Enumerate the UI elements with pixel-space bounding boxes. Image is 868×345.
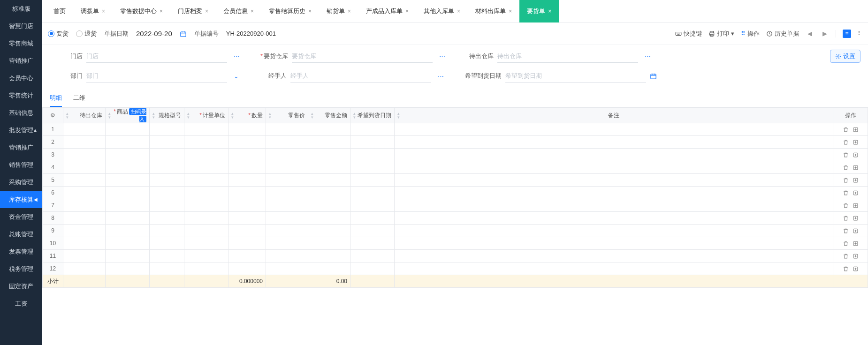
shortcut-button[interactable]: 快捷键 bbox=[675, 30, 702, 38]
add-row-icon[interactable] bbox=[853, 227, 859, 234]
next-doc-button[interactable]: ▶ bbox=[821, 30, 829, 37]
expect-calendar-icon[interactable] bbox=[650, 72, 657, 80]
outwh-input[interactable] bbox=[497, 50, 638, 63]
print-button[interactable]: 打印 ▾ bbox=[708, 30, 734, 38]
add-row-icon[interactable] bbox=[853, 202, 859, 209]
table-row[interactable]: 6 bbox=[43, 187, 868, 199]
page-tab[interactable]: 销货单× bbox=[319, 0, 358, 22]
col-price[interactable]: ▴▾零售价 bbox=[266, 108, 308, 123]
table-row[interactable]: 4 bbox=[43, 161, 868, 174]
add-row-icon[interactable] bbox=[853, 177, 859, 183]
radio-require[interactable]: 要货 bbox=[48, 30, 69, 38]
sidebar-item[interactable]: 发票管理 bbox=[0, 243, 42, 260]
add-row-icon[interactable] bbox=[853, 215, 859, 221]
col-expect[interactable]: ▴▾希望到货日期 bbox=[350, 108, 395, 123]
add-row-icon[interactable] bbox=[853, 151, 859, 158]
close-icon[interactable]: × bbox=[457, 8, 460, 15]
add-row-icon[interactable] bbox=[853, 189, 859, 196]
delete-row-icon[interactable] bbox=[843, 265, 849, 272]
table-row[interactable]: 11 bbox=[43, 250, 868, 262]
sidebar-item[interactable]: 零售统计 bbox=[0, 87, 42, 104]
handler-lookup-icon[interactable]: ⋯ bbox=[438, 73, 444, 80]
close-icon[interactable]: × bbox=[348, 8, 351, 15]
table-row[interactable]: 5 bbox=[43, 174, 868, 187]
page-tab[interactable]: 要货单× bbox=[519, 0, 559, 22]
add-row-icon[interactable] bbox=[853, 240, 859, 247]
add-row-icon[interactable] bbox=[853, 139, 859, 145]
calendar-icon[interactable] bbox=[180, 30, 187, 37]
delete-row-icon[interactable] bbox=[843, 164, 849, 171]
table-row[interactable]: 10 bbox=[43, 237, 868, 250]
col-amount[interactable]: ▴▾零售金额 bbox=[308, 108, 350, 123]
sidebar-item[interactable]: 税务管理 bbox=[0, 260, 42, 278]
sidebar-item[interactable]: 固定资产 bbox=[0, 278, 42, 295]
col-product[interactable]: ▴▾*商品扫码录入 bbox=[106, 108, 150, 123]
close-icon[interactable]: × bbox=[205, 8, 208, 15]
table-row[interactable]: 7 bbox=[43, 199, 868, 212]
tab-2d[interactable]: 二维 bbox=[73, 94, 85, 107]
settings-button[interactable]: 设置 bbox=[830, 50, 860, 63]
add-row-icon[interactable] bbox=[853, 164, 859, 171]
handler-input[interactable] bbox=[290, 69, 431, 82]
page-tab[interactable]: 零售数据中心× bbox=[113, 0, 170, 22]
page-tab[interactable]: 其他入库单× bbox=[416, 0, 468, 22]
delete-row-icon[interactable] bbox=[843, 227, 849, 234]
sidebar-item[interactable]: 营销推广 bbox=[0, 52, 42, 69]
prev-doc-button[interactable]: ◀ bbox=[806, 30, 814, 37]
close-icon[interactable]: × bbox=[251, 8, 254, 15]
sidebar-item[interactable]: 智慧门店 bbox=[0, 17, 42, 35]
expect-input[interactable] bbox=[505, 69, 646, 82]
more-icon[interactable]: ⠇ bbox=[858, 30, 862, 37]
close-icon[interactable]: × bbox=[509, 8, 512, 15]
col-gear[interactable]: ⚙ bbox=[43, 108, 63, 123]
table-row[interactable]: 9 bbox=[43, 225, 868, 237]
col-spec[interactable]: ▴▾规格型号 bbox=[150, 108, 184, 123]
sidebar-item[interactable]: 基础信息 bbox=[0, 104, 42, 121]
page-tab[interactable]: 材料出库单× bbox=[468, 0, 519, 22]
delete-row-icon[interactable] bbox=[843, 151, 849, 158]
close-icon[interactable]: × bbox=[308, 8, 312, 15]
sidebar-item[interactable]: 库存核算◀ bbox=[0, 191, 42, 208]
radio-return[interactable]: 退货 bbox=[76, 30, 97, 38]
store-input[interactable] bbox=[86, 50, 227, 63]
col-outwh[interactable]: ▴▾待出仓库 bbox=[63, 108, 106, 123]
add-row-icon[interactable] bbox=[853, 253, 859, 259]
page-tab[interactable]: 调拨单× bbox=[73, 0, 113, 22]
delete-row-icon[interactable] bbox=[843, 189, 849, 196]
doc-date-value[interactable]: 2022-09-20 bbox=[136, 30, 172, 38]
delete-row-icon[interactable] bbox=[843, 215, 849, 221]
sidebar-item[interactable]: 总账管理 bbox=[0, 225, 42, 243]
tab-detail[interactable]: 明细 bbox=[50, 94, 62, 107]
table-row[interactable]: 8 bbox=[43, 212, 868, 225]
page-tab[interactable]: 首页 bbox=[46, 0, 73, 22]
dept-input[interactable] bbox=[86, 69, 227, 82]
table-row[interactable]: 1 bbox=[43, 123, 868, 136]
delete-row-icon[interactable] bbox=[843, 253, 849, 259]
add-row-icon[interactable] bbox=[853, 126, 859, 133]
history-button[interactable]: 历史单据 bbox=[766, 30, 799, 38]
close-icon[interactable]: × bbox=[160, 8, 163, 15]
delete-row-icon[interactable] bbox=[843, 126, 849, 133]
close-icon[interactable]: × bbox=[102, 8, 105, 15]
sidebar-item[interactable]: 工资 bbox=[0, 295, 42, 312]
delete-row-icon[interactable] bbox=[843, 240, 849, 247]
close-icon[interactable]: × bbox=[405, 8, 409, 15]
outwh-lookup-icon[interactable]: ⋯ bbox=[645, 53, 651, 60]
close-icon[interactable]: × bbox=[548, 8, 551, 15]
store-lookup-icon[interactable]: ⋯ bbox=[234, 53, 240, 60]
sidebar-item[interactable]: 标准版 bbox=[0, 0, 42, 17]
table-row[interactable]: 2 bbox=[43, 136, 868, 149]
table-row[interactable]: 3 bbox=[43, 149, 868, 161]
delete-row-icon[interactable] bbox=[843, 202, 849, 209]
page-tab[interactable]: 产成品入库单× bbox=[358, 0, 416, 22]
sidebar-item[interactable]: 批发管理▲ bbox=[0, 121, 42, 139]
operate-button[interactable]: ⠿ 操作 bbox=[741, 30, 760, 38]
reqwh-lookup-icon[interactable]: ⋯ bbox=[439, 53, 446, 60]
col-note[interactable]: ▴▾备注 bbox=[395, 108, 833, 123]
sidebar-item[interactable]: 销售管理 bbox=[0, 156, 42, 173]
dept-chevron-icon[interactable]: ⌄ bbox=[234, 73, 239, 80]
reqwh-input[interactable] bbox=[292, 50, 433, 63]
page-tab[interactable]: 门店档案× bbox=[170, 0, 216, 22]
table-row[interactable]: 12 bbox=[43, 262, 868, 275]
sidebar-item[interactable]: 营销推广 bbox=[0, 139, 42, 156]
